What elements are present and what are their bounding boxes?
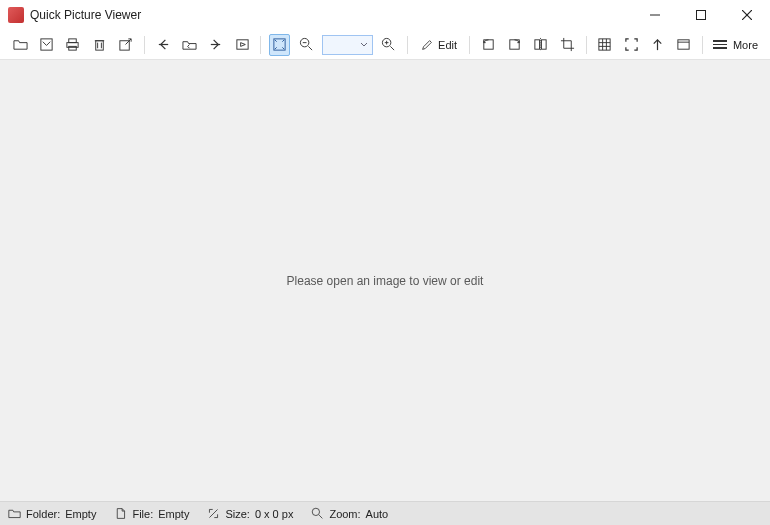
checkerboard-button[interactable]	[594, 34, 614, 56]
save-as-button[interactable]	[36, 34, 56, 56]
status-folder: Folder: Empty	[8, 507, 96, 520]
svg-line-21	[391, 46, 395, 50]
flip-horizontal-button[interactable]	[531, 34, 551, 56]
svg-rect-29	[599, 39, 610, 50]
zoom-level-combo[interactable]	[322, 35, 372, 55]
svg-line-18	[308, 46, 312, 50]
size-icon	[207, 507, 220, 520]
open-external-button[interactable]	[116, 34, 136, 56]
separator	[407, 36, 408, 54]
delete-button[interactable]	[89, 34, 109, 56]
status-file: File: Empty	[114, 507, 189, 520]
separator	[586, 36, 587, 54]
svg-rect-5	[69, 39, 77, 43]
svg-rect-1	[697, 11, 706, 20]
zoom-icon	[311, 507, 324, 520]
edit-button[interactable]: Edit	[416, 34, 461, 56]
rotate-left-button[interactable]	[478, 34, 498, 56]
separator	[260, 36, 261, 54]
edit-label: Edit	[438, 39, 457, 51]
status-size: Size: 0 x 0 px	[207, 507, 293, 520]
zoom-in-button[interactable]	[379, 34, 399, 56]
prev-image-button[interactable]	[153, 34, 173, 56]
toolbar: Edit More	[0, 30, 770, 60]
maximize-button[interactable]	[678, 0, 724, 30]
separator	[469, 36, 470, 54]
statusbar: Folder: Empty File: Empty Size: 0 x 0 px…	[0, 501, 770, 525]
fullscreen-button[interactable]	[621, 34, 641, 56]
svg-rect-26	[535, 40, 540, 49]
file-icon	[114, 507, 127, 520]
window-title: Quick Picture Viewer	[30, 8, 141, 22]
crop-button[interactable]	[557, 34, 577, 56]
close-button[interactable]	[724, 0, 770, 30]
more-button[interactable]: More	[711, 39, 760, 51]
rotate-right-button[interactable]	[504, 34, 524, 56]
pencil-icon	[420, 38, 434, 52]
titlebar: Quick Picture Viewer	[0, 0, 770, 30]
print-button[interactable]	[63, 34, 83, 56]
show-in-folder-button[interactable]	[179, 34, 199, 56]
empty-placeholder: Please open an image to view or edit	[287, 274, 484, 288]
minimize-button[interactable]	[632, 0, 678, 30]
zoom-out-button[interactable]	[296, 34, 316, 56]
more-label: More	[733, 39, 758, 51]
app-icon	[8, 7, 24, 23]
separator	[144, 36, 145, 54]
svg-point-37	[313, 508, 320, 515]
canvas-area: Please open an image to view or edit	[0, 60, 770, 501]
fit-to-window-button[interactable]	[269, 34, 290, 56]
hamburger-icon	[713, 40, 727, 49]
svg-rect-4	[41, 39, 52, 50]
status-zoom: Zoom: Auto	[311, 507, 388, 520]
svg-rect-8	[96, 41, 104, 50]
slideshow-button[interactable]	[232, 34, 252, 56]
svg-rect-27	[542, 40, 547, 49]
open-button[interactable]	[10, 34, 30, 56]
svg-line-38	[320, 515, 323, 518]
frameless-button[interactable]	[674, 34, 694, 56]
always-on-top-button[interactable]	[647, 34, 667, 56]
next-image-button[interactable]	[206, 34, 226, 56]
folder-icon	[8, 507, 21, 520]
separator	[702, 36, 703, 54]
svg-rect-35	[678, 40, 689, 49]
